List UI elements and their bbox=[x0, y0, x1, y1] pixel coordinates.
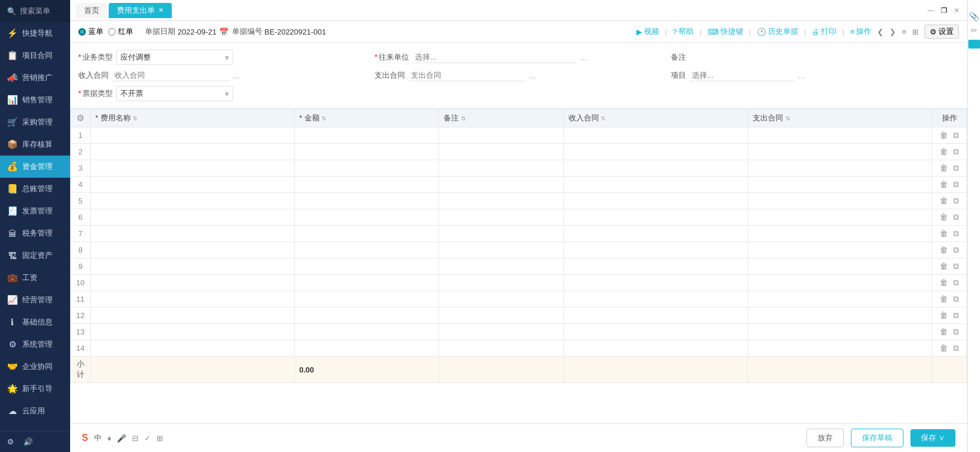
cell-expense-contract[interactable] bbox=[747, 226, 931, 242]
cell-amount[interactable] bbox=[294, 275, 438, 291]
income-contract-dots[interactable]: ... bbox=[233, 71, 240, 80]
delete-row-icon[interactable]: 🗑 bbox=[940, 130, 948, 140]
copy-row-icon[interactable]: ⧉ bbox=[953, 229, 959, 238]
cell-expense-contract[interactable] bbox=[747, 308, 931, 324]
sidebar-item-invoice-mgmt[interactable]: 🧾 发票管理 bbox=[0, 200, 70, 222]
table-row[interactable]: 8 🗑 ⧉ bbox=[71, 242, 967, 258]
save-draft-button[interactable]: 保存草稿 bbox=[851, 429, 903, 447]
cell-amount[interactable] bbox=[294, 258, 438, 275]
delete-row-icon[interactable]: 🗑 bbox=[940, 294, 948, 303]
invoice-type-select[interactable]: 不开票 ▾ bbox=[116, 86, 233, 101]
table-row[interactable]: 4 🗑 ⧉ bbox=[71, 177, 967, 193]
radio-blue[interactable] bbox=[78, 28, 86, 36]
copy-row-icon[interactable]: ⧉ bbox=[953, 212, 959, 222]
table-row[interactable]: 14 🗑 ⧉ bbox=[71, 340, 967, 357]
biz-type-select[interactable]: 应付调整 ▾ bbox=[116, 50, 233, 65]
cell-expense-contract[interactable] bbox=[747, 291, 931, 308]
cell-expense-name[interactable] bbox=[91, 324, 295, 340]
cell-remark[interactable] bbox=[439, 177, 563, 193]
delete-row-icon[interactable]: 🗑 bbox=[940, 245, 948, 254]
cell-remark[interactable] bbox=[439, 160, 563, 177]
table-gear-icon[interactable]: ⚙ bbox=[77, 113, 84, 123]
cell-amount[interactable] bbox=[294, 324, 438, 340]
copy-row-icon[interactable]: ⧉ bbox=[953, 343, 959, 353]
project-dots[interactable]: ... bbox=[798, 71, 805, 80]
cell-expense-name[interactable] bbox=[91, 177, 295, 193]
delete-row-icon[interactable]: 🗑 bbox=[940, 327, 948, 336]
cell-expense-name[interactable] bbox=[91, 258, 295, 275]
sidebar-item-sales-mgmt[interactable]: 📊 销售管理 bbox=[0, 89, 70, 111]
table-row[interactable]: 1 🗑 ⧉ bbox=[71, 127, 967, 144]
expense-contract-dots[interactable]: ... bbox=[529, 71, 536, 80]
delete-row-icon[interactable]: 🗑 bbox=[940, 147, 948, 156]
cell-income-contract[interactable] bbox=[563, 275, 747, 291]
cell-expense-name[interactable] bbox=[91, 340, 295, 357]
radio-blue-label[interactable]: 蓝单 bbox=[78, 26, 103, 37]
table-row[interactable]: 7 🗑 ⧉ bbox=[71, 226, 967, 242]
cell-amount[interactable] bbox=[294, 209, 438, 226]
remark-sort[interactable]: ⇅ bbox=[461, 115, 466, 122]
copy-row-icon[interactable]: ⧉ bbox=[953, 261, 959, 271]
sidebar-item-purchase-mgmt[interactable]: 🛒 采购管理 bbox=[0, 111, 70, 133]
copy-row-icon[interactable]: ⧉ bbox=[953, 130, 959, 140]
cell-income-contract[interactable] bbox=[563, 160, 747, 177]
delete-row-icon[interactable]: 🗑 bbox=[940, 212, 948, 222]
table-container[interactable]: ⚙ * 费用名称 ⇅ * 金额 ⇅ 备注 ⇅ bbox=[70, 109, 967, 423]
sidebar-item-salary[interactable]: 💼 工资 bbox=[0, 267, 70, 289]
table-row[interactable]: 13 🗑 ⧉ bbox=[71, 324, 967, 340]
sidebar-item-new-guide[interactable]: 🌟 新手引导 bbox=[0, 378, 70, 400]
cell-expense-name[interactable] bbox=[91, 275, 295, 291]
copy-row-icon[interactable]: ⧉ bbox=[953, 278, 959, 287]
cell-amount[interactable] bbox=[294, 242, 438, 258]
shortcut-action[interactable]: ⌨ 快捷键 bbox=[708, 26, 743, 37]
sidebar-item-sys-mgmt[interactable]: ⚙ 系统管理 bbox=[0, 333, 70, 356]
tab-close-icon[interactable]: ✕ bbox=[158, 6, 164, 14]
tab-expense-bill[interactable]: 费用支出单 ✕ bbox=[109, 3, 172, 18]
sidebar-item-cloud-app[interactable]: ☁ 云应用 bbox=[0, 400, 70, 422]
cell-income-contract[interactable] bbox=[563, 209, 747, 226]
cell-expense-name[interactable] bbox=[91, 144, 295, 160]
copy-row-icon[interactable]: ⧉ bbox=[953, 294, 959, 303]
cell-amount[interactable] bbox=[294, 127, 438, 144]
copy-row-icon[interactable]: ⧉ bbox=[953, 163, 959, 172]
cell-remark[interactable] bbox=[439, 226, 563, 242]
cell-expense-contract[interactable] bbox=[747, 127, 931, 144]
cell-remark[interactable] bbox=[439, 242, 563, 258]
video-action[interactable]: ▶ 视频 bbox=[636, 26, 659, 37]
settings-bottom-icon[interactable]: ⚙ bbox=[7, 437, 14, 446]
sidebar-item-capital-mgmt[interactable]: 💰 资金管理 bbox=[0, 156, 70, 178]
cell-amount[interactable] bbox=[294, 177, 438, 193]
copy-row-icon[interactable]: ⧉ bbox=[953, 180, 959, 189]
cell-remark[interactable] bbox=[439, 291, 563, 308]
cell-income-contract[interactable] bbox=[563, 340, 747, 357]
table-row[interactable]: 6 🗑 ⧉ bbox=[71, 209, 967, 226]
cell-expense-contract[interactable] bbox=[747, 275, 931, 291]
expense-name-sort[interactable]: ⇅ bbox=[133, 115, 137, 122]
income-contract-sort[interactable]: ⇅ bbox=[601, 115, 605, 122]
sidebar-item-business-mgmt[interactable]: 📈 经营管理 bbox=[0, 289, 70, 311]
delete-row-icon[interactable]: 🗑 bbox=[940, 278, 948, 287]
cell-expense-contract[interactable] bbox=[747, 340, 931, 357]
sidebar-item-project-contract[interactable]: 📋 项目合同 bbox=[0, 44, 70, 67]
cell-amount[interactable] bbox=[294, 144, 438, 160]
cell-amount[interactable] bbox=[294, 160, 438, 177]
edge-pencil-icon[interactable]: ✏ bbox=[971, 26, 978, 35]
calendar-icon[interactable]: 📅 bbox=[219, 27, 228, 36]
sidebar-item-sales-promotion[interactable]: 📣 营销推广 bbox=[0, 67, 70, 89]
project-input[interactable] bbox=[690, 70, 795, 81]
nav-next[interactable]: ❯ bbox=[889, 27, 896, 36]
cell-amount[interactable] bbox=[294, 308, 438, 324]
copy-row-icon[interactable]: ⧉ bbox=[953, 196, 959, 205]
save-button[interactable]: 保存 ∨ bbox=[910, 429, 955, 447]
income-contract-input[interactable] bbox=[112, 70, 229, 81]
delete-row-icon[interactable]: 🗑 bbox=[940, 310, 948, 320]
edge-clip-icon[interactable]: 📎 bbox=[969, 12, 979, 21]
amount-sort[interactable]: ⇅ bbox=[321, 115, 326, 122]
cell-remark[interactable] bbox=[439, 275, 563, 291]
copy-row-icon[interactable]: ⧉ bbox=[953, 310, 959, 320]
restore-button[interactable]: ❐ bbox=[939, 6, 948, 15]
copy-row-icon[interactable]: ⧉ bbox=[953, 245, 959, 254]
cell-expense-name[interactable] bbox=[91, 193, 295, 209]
cell-remark[interactable] bbox=[439, 308, 563, 324]
cell-expense-contract[interactable] bbox=[747, 177, 931, 193]
